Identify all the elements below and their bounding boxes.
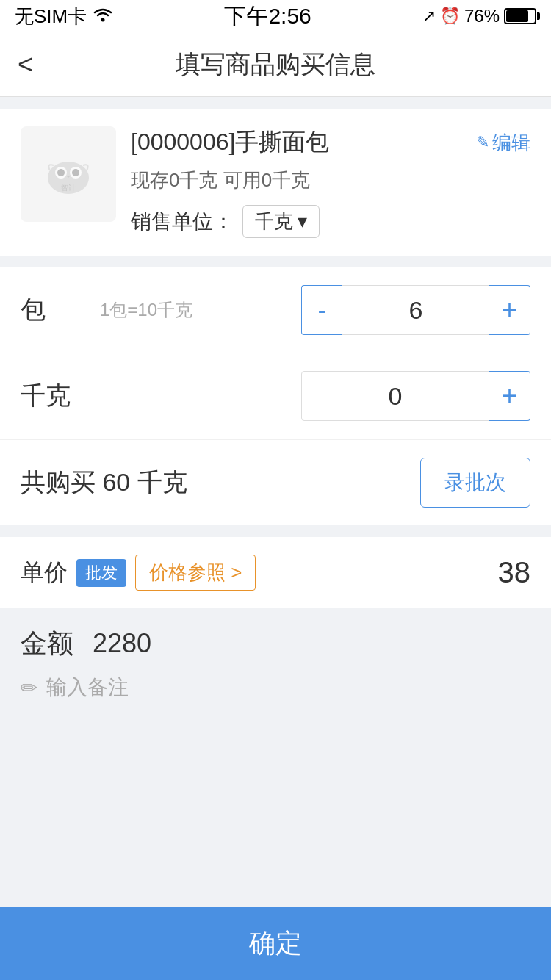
status-bar: 无SIM卡 下午2:56 ↗ ⏰ 76% xyxy=(0,0,551,32)
bao-input[interactable] xyxy=(342,285,489,335)
svg-point-5 xyxy=(72,169,79,176)
product-stock: 现存0千克 可用0千克 xyxy=(131,167,530,193)
price-value: 38 xyxy=(498,556,531,589)
owl-logo-icon: 智计 xyxy=(39,152,98,196)
unit-label: 销售单位： xyxy=(131,208,234,236)
page-title: 填写商品购买信息 xyxy=(176,48,375,82)
status-left: 无SIM卡 xyxy=(15,4,113,29)
status-time: 下午2:56 xyxy=(224,1,311,32)
nav-bar: < 填写商品购买信息 xyxy=(0,32,551,97)
edit-button[interactable]: ✎ 编辑 xyxy=(476,130,530,156)
location-icon: ↗ xyxy=(422,7,436,26)
bao-label: 包 xyxy=(21,293,94,327)
note-row[interactable]: ✏ 输入备注 xyxy=(21,674,530,702)
bao-minus-button[interactable]: - xyxy=(301,285,342,335)
bao-plus-button[interactable]: + xyxy=(489,285,530,335)
product-info: [0000006]手撕面包 ✎ 编辑 现存0千克 可用0千克 销售单位： 千克 … xyxy=(131,126,530,238)
record-batch-button[interactable]: 录批次 xyxy=(420,458,530,508)
unit-selector[interactable]: 千克 ▾ xyxy=(242,205,320,238)
price-label-row: 单价 批发 价格参照 > xyxy=(21,555,256,591)
product-name-row: [0000006]手撕面包 ✎ 编辑 xyxy=(131,126,530,159)
amount-label: 金额 xyxy=(21,628,73,658)
battery-icon xyxy=(504,8,536,24)
input-section: 包 1包=10千克 - + 千克 + 共购买 60 千克 录批次 xyxy=(0,267,551,525)
product-image: 智计 xyxy=(21,126,116,222)
back-button[interactable]: < xyxy=(18,49,33,80)
qianke-quantity-control: + xyxy=(301,371,530,421)
qianke-label: 千克 xyxy=(21,379,94,413)
confirm-button[interactable]: 确定 xyxy=(0,907,551,980)
price-tag: 批发 xyxy=(76,559,126,587)
qianke-input[interactable] xyxy=(301,371,489,421)
pencil-icon: ✏ xyxy=(21,676,37,700)
product-unit-row: 销售单位： 千克 ▾ xyxy=(131,205,530,238)
price-section: 单价 批发 价格参照 > 38 xyxy=(0,537,551,608)
total-section: 共购买 60 千克 录批次 xyxy=(0,439,551,525)
wifi-icon xyxy=(93,5,113,28)
bao-row: 包 1包=10千克 - + xyxy=(0,267,551,353)
svg-text:智计: 智计 xyxy=(61,184,76,192)
battery-percent: 76% xyxy=(464,6,500,26)
status-right: ↗ ⏰ 76% xyxy=(422,6,536,26)
product-section: 智计 [0000006]手撕面包 ✎ 编辑 现存0千克 可用0千克 销售单位： … xyxy=(0,109,551,256)
svg-point-0 xyxy=(101,18,105,21)
total-text: 共购买 60 千克 xyxy=(21,466,187,500)
bao-sublabel: 1包=10千克 xyxy=(100,298,301,322)
svg-point-4 xyxy=(57,169,65,176)
note-placeholder: 输入备注 xyxy=(46,674,129,702)
product-name: [0000006]手撕面包 xyxy=(131,126,329,159)
amount-section: 金额 2280 ✏ 输入备注 xyxy=(0,608,551,719)
price-label: 单价 xyxy=(21,557,68,589)
bao-quantity-control: - + xyxy=(301,285,530,335)
amount-row: 金额 2280 xyxy=(21,626,530,662)
alarm-icon: ⏰ xyxy=(440,7,460,26)
carrier-text: 无SIM卡 xyxy=(15,4,87,29)
qianke-row: 千克 + xyxy=(0,353,551,439)
amount-value: 2280 xyxy=(93,628,151,658)
qianke-plus-button[interactable]: + xyxy=(489,371,530,421)
confirm-button-label: 确定 xyxy=(249,926,302,962)
dropdown-icon: ▾ xyxy=(298,210,307,233)
price-reference-button[interactable]: 价格参照 > xyxy=(135,555,256,591)
